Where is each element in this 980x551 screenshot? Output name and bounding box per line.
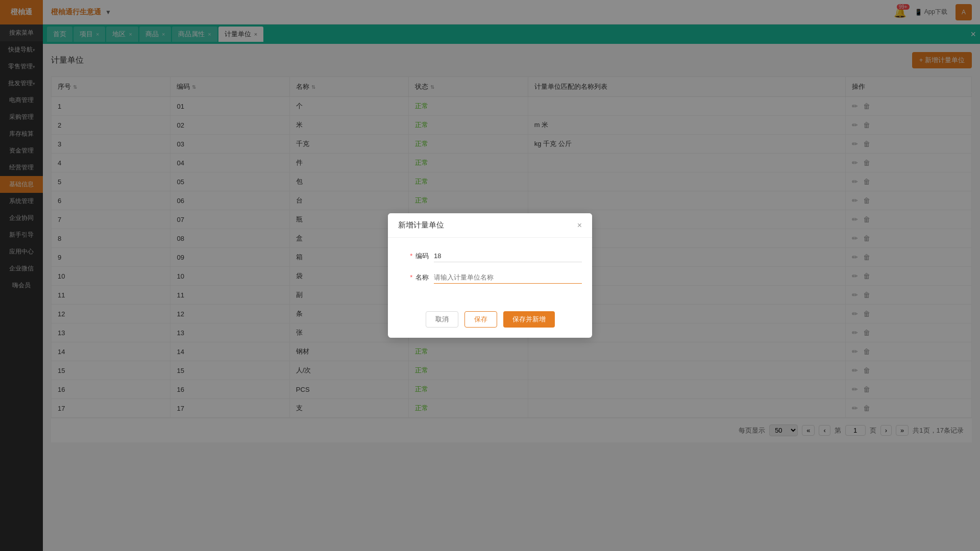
add-measure-unit-modal: 新增计量单位 × * 编码 * 名称 取消 保存 保存并新增: [388, 213, 592, 338]
form-row-code: * 编码: [398, 250, 582, 262]
code-input[interactable]: [434, 250, 582, 262]
modal-title: 新增计量单位: [398, 220, 444, 230]
name-input[interactable]: [434, 271, 582, 284]
name-label: * 名称: [398, 273, 429, 282]
save-and-new-button[interactable]: 保存并新增: [503, 311, 555, 328]
form-row-name: * 名称: [398, 271, 582, 284]
cancel-button[interactable]: 取消: [426, 311, 458, 328]
modal-body: * 编码 * 名称: [388, 238, 592, 305]
modal-footer: 取消 保存 保存并新增: [388, 305, 592, 338]
code-label: * 编码: [398, 252, 429, 261]
modal-overlay: 新增计量单位 × * 编码 * 名称 取消 保存 保存并新增: [0, 0, 980, 551]
modal-close-button[interactable]: ×: [577, 221, 582, 230]
save-button[interactable]: 保存: [464, 311, 497, 328]
modal-header: 新增计量单位 ×: [388, 213, 592, 238]
